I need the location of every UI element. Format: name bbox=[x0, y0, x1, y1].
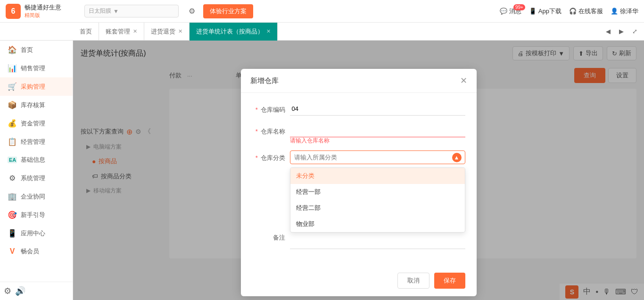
sidebar-item-basic-info[interactable]: EA 基础信息 bbox=[0, 151, 73, 169]
note-textarea[interactable] bbox=[290, 230, 465, 249]
sidebar-item-home[interactable]: 🏠 首页 bbox=[0, 41, 73, 59]
note-label-text: 备注 bbox=[273, 234, 285, 241]
message-item[interactable]: 💬 消息 99+ bbox=[500, 7, 521, 16]
category-input[interactable] bbox=[290, 150, 465, 164]
app-download-item[interactable]: 📱 App下载 bbox=[529, 7, 561, 16]
sidebar-item-purchase[interactable]: 🛒 采购管理 bbox=[0, 77, 73, 96]
save-button[interactable]: 保存 bbox=[434, 273, 465, 289]
dropdown-arrow-icon: ▼ bbox=[113, 8, 119, 15]
category-label-text: 仓库分类 bbox=[261, 154, 285, 161]
form-row-note: 备注 bbox=[252, 230, 465, 249]
sidebar-item-operations[interactable]: 📋 经营管理 bbox=[0, 133, 73, 151]
trial-button[interactable]: 体验行业方案 bbox=[203, 4, 253, 18]
sidebar-finance-label: 资金管理 bbox=[21, 119, 45, 128]
settings-bottom-icon[interactable]: ⚙ bbox=[4, 286, 11, 296]
dialog-body: * 仓库编码 * 仓库名称 请输入仓库名称 bbox=[241, 93, 477, 267]
tab-bar: 首页 账套管理 ✕ 进货退货 ✕ 进货单统计表（按商品） ✕ ◀ ▶ ⤢ bbox=[0, 23, 644, 41]
sidebar-item-enterprise[interactable]: 🏢 企业协同 bbox=[0, 187, 73, 206]
phone-icon: 📱 bbox=[529, 8, 537, 15]
code-label-text: 仓库编码 bbox=[261, 106, 285, 113]
warehouse-name-input[interactable] bbox=[290, 124, 465, 137]
header-search-wrap: 日太阳膜 ▼ bbox=[84, 5, 179, 17]
sidebar-item-inventory[interactable]: 📦 库存核算 bbox=[0, 96, 73, 114]
online-service-item[interactable]: 🎧 在线客服 bbox=[569, 7, 603, 16]
sidebar-item-guide[interactable]: 🎯 新手引导 bbox=[0, 206, 73, 224]
top-header: 6 畅捷通好生意 精简版 日太阳膜 ▼ ⚙ 体验行业方案 💬 消息 99+ 📱 … bbox=[0, 0, 644, 23]
tab-home-label: 首页 bbox=[80, 27, 92, 36]
sales-icon: 📊 bbox=[8, 64, 17, 73]
dialog-close-icon[interactable]: ✕ bbox=[460, 75, 467, 86]
dropdown-item-property[interactable]: 物业部 bbox=[290, 216, 465, 232]
sidebar: 🏠 首页 📊 销售管理 🛒 采购管理 📦 库存核算 💰 资金管理 📋 经营管理 … bbox=[0, 41, 73, 300]
tab-prev-icon[interactable]: ◀ bbox=[603, 26, 614, 37]
tab-purchase-return[interactable]: 进货退货 ✕ bbox=[144, 23, 190, 41]
sidebar-item-app-center[interactable]: 📱 应用中心 bbox=[0, 224, 73, 242]
logo-text: 畅捷通好生意 精简版 bbox=[25, 4, 61, 18]
tab-account-close-icon[interactable]: ✕ bbox=[133, 28, 137, 34]
purchase-icon: 🛒 bbox=[8, 82, 17, 91]
note-label: 备注 bbox=[252, 230, 290, 242]
headset-icon: 🎧 bbox=[569, 8, 577, 15]
tab-purchase-stats-close-icon[interactable]: ✕ bbox=[266, 28, 271, 34]
sidebar-guide-label: 新手引导 bbox=[21, 211, 45, 219]
volume-icon[interactable]: 🔊 bbox=[15, 286, 25, 296]
sidebar-item-vip[interactable]: V 畅会员 bbox=[0, 242, 73, 260]
tab-expand-icon[interactable]: ⤢ bbox=[629, 26, 640, 37]
tab-account[interactable]: 账套管理 ✕ bbox=[99, 23, 144, 41]
online-service-label: 在线客服 bbox=[578, 7, 603, 16]
content-area: 进货单统计(按商品) 🖨 按模板打印 ▼ ⬆ 导出 ↻ 刷新 bbox=[73, 41, 644, 300]
form-row-category: * 仓库分类 ▲ 未分类 经营一部 经营二部 物业部 bbox=[252, 150, 465, 164]
tab-purchase-return-label: 进货退货 bbox=[151, 27, 175, 36]
tab-purchase-return-close-icon[interactable]: ✕ bbox=[178, 28, 182, 34]
category-select-wrap: ▲ 未分类 经营一部 经营二部 物业部 bbox=[290, 150, 465, 164]
inventory-icon: 📦 bbox=[8, 100, 17, 109]
dropdown-item-none[interactable]: 未分类 bbox=[290, 168, 465, 184]
tab-home[interactable]: 首页 bbox=[73, 23, 99, 41]
category-required-star: * bbox=[256, 154, 258, 161]
sidebar-purchase-label: 采购管理 bbox=[21, 83, 45, 91]
header-search-inner[interactable]: 日太阳膜 ▼ bbox=[84, 5, 179, 17]
operations-icon: 📋 bbox=[8, 137, 17, 146]
sidebar-item-sales[interactable]: 📊 销售管理 bbox=[0, 59, 73, 77]
sidebar-system-label: 系统管理 bbox=[21, 174, 45, 183]
message-icon: 💬 bbox=[500, 8, 507, 15]
tab-purchase-stats-label: 进货单统计表（按商品） bbox=[196, 27, 264, 36]
app-download-label: App下载 bbox=[538, 7, 561, 16]
code-label: * 仓库编码 bbox=[252, 102, 290, 114]
cancel-button[interactable]: 取消 bbox=[397, 273, 429, 289]
sidebar-operations-label: 经营管理 bbox=[21, 138, 45, 146]
dropdown-item-dept1[interactable]: 经营一部 bbox=[290, 184, 465, 200]
system-icon: ⚙ bbox=[8, 174, 17, 183]
sidebar-basic-info-label: 基础信息 bbox=[21, 156, 45, 164]
settings-gear-icon[interactable]: ⚙ bbox=[184, 4, 199, 19]
user-icon: 👤 bbox=[611, 8, 618, 15]
sidebar-inventory-label: 库存核算 bbox=[21, 101, 45, 109]
vip-icon: V bbox=[8, 247, 17, 256]
warehouse-name-error-msg: 请输入仓库名称 bbox=[290, 137, 330, 145]
dialog-header: 新增仓库 ✕ bbox=[241, 69, 477, 93]
sidebar-sales-label: 销售管理 bbox=[21, 64, 45, 73]
code-required-star: * bbox=[256, 106, 258, 113]
home-icon: 🏠 bbox=[8, 45, 17, 54]
sidebar-enterprise-label: 企业协同 bbox=[21, 192, 45, 201]
logo-area: 6 畅捷通好生意 精简版 bbox=[6, 4, 79, 19]
main-layout: 🏠 首页 📊 销售管理 🛒 采购管理 📦 库存核算 💰 资金管理 📋 经营管理 … bbox=[0, 41, 644, 300]
warehouse-code-input[interactable] bbox=[290, 102, 465, 116]
sidebar-item-finance[interactable]: 💰 资金管理 bbox=[0, 114, 73, 133]
finance-icon: 💰 bbox=[8, 119, 17, 128]
tab-purchase-stats[interactable]: 进货单统计表（按商品） ✕ bbox=[190, 23, 278, 41]
new-warehouse-dialog: 新增仓库 ✕ * 仓库编码 * bbox=[241, 69, 477, 296]
name-required-star: * bbox=[256, 128, 258, 135]
user-item[interactable]: 👤 徐泽华 bbox=[611, 7, 638, 16]
name-label: * 仓库名称 bbox=[252, 124, 290, 136]
category-arrow-up-icon[interactable]: ▲ bbox=[452, 153, 462, 162]
logo-sub: 精简版 bbox=[25, 12, 61, 18]
tab-controls: ◀ ▶ ⤢ bbox=[603, 26, 644, 37]
message-badge: 99+ bbox=[513, 4, 525, 10]
sidebar-item-system[interactable]: ⚙ 系统管理 bbox=[0, 169, 73, 187]
search-text: 日太阳膜 bbox=[89, 7, 111, 15]
tab-next-icon[interactable]: ▶ bbox=[616, 26, 627, 37]
category-dropdown: 未分类 经营一部 经营二部 物业部 bbox=[290, 167, 465, 233]
dropdown-item-dept2[interactable]: 经营二部 bbox=[290, 200, 465, 216]
header-right: 💬 消息 99+ 📱 App下载 🎧 在线客服 👤 徐泽华 bbox=[500, 7, 638, 16]
